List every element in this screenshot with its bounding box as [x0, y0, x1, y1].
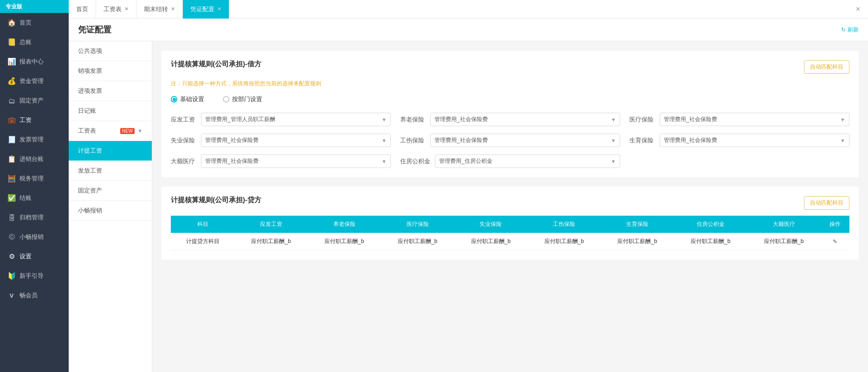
edit-icon[interactable]: ✎ [833, 238, 837, 245]
refresh-button[interactable]: ↻ 刷新 [841, 26, 859, 34]
sidebar-item-guide[interactable]: 🔰 新手引导 [0, 266, 69, 286]
nav-item-debit-invoice[interactable]: 进项发票 [69, 81, 152, 101]
field-select-zhufang[interactable]: 管理费用_住房公积金 ▼ [435, 154, 620, 168]
refresh-label: 刷新 [848, 26, 859, 34]
close-icon[interactable]: ✕ [217, 6, 221, 12]
sidebar-item-archive[interactable]: 🗄 归档管理 [0, 208, 69, 227]
field-select-yiliao[interactable]: 管理费用_社会保险费 ▼ [660, 113, 849, 126]
field-select-yingfa[interactable]: 管理费用_管理人员职工薪酬 ▼ [201, 113, 391, 126]
nav-item-label: 发放工资 [78, 167, 102, 175]
radio-basic[interactable]: 基础设置 [171, 95, 204, 103]
sidebar-item-label: 进销台账 [19, 155, 44, 163]
copyright-icon: Ⓒ [7, 233, 16, 241]
purchase-sale-icon: 📋 [7, 155, 16, 163]
vip-icon: V [7, 292, 16, 299]
sidebar-item-reports[interactable]: 📊 报表中心 [0, 52, 69, 71]
close-icon[interactable]: ✕ [124, 6, 129, 12]
sidebar-item-xiaochang[interactable]: Ⓒ 小畅报销 [0, 227, 69, 247]
sidebar-item-tax[interactable]: 🧮 税务管理 [0, 169, 69, 188]
closing-icon: ✅ [7, 194, 16, 202]
sidebar-item-label: 总账 [19, 38, 32, 46]
sidebar-item-salary[interactable]: 💼 工资 [0, 110, 69, 130]
radio-basic-label: 基础设置 [180, 95, 204, 103]
nav-item-calc-salary[interactable]: 计提工资 [69, 141, 152, 161]
cell-action[interactable]: ✎ [821, 233, 849, 250]
nav-item-issue-salary[interactable]: 发放工资 [69, 161, 152, 181]
chevron-down-icon: ▼ [611, 159, 616, 164]
window-close-button[interactable]: ✕ [848, 6, 868, 13]
tab-voucher-config[interactable]: 凭证配置 ✕ [183, 0, 229, 19]
field-label-gongshang: 工伤保险 [400, 136, 426, 145]
close-icon[interactable]: ✕ [171, 6, 175, 12]
debit-section-title: 计提核算规则(公司承担)-借方 [171, 60, 261, 69]
field-select-yanglao[interactable]: 管理费用_社会保险费 ▼ [430, 113, 620, 126]
field-value-yingfa: 管理费用_管理人员职工薪酬 [205, 115, 275, 123]
radio-department[interactable]: 按部门设置 [223, 95, 262, 103]
funds-icon: 💰 [7, 77, 16, 85]
radio-department-label: 按部门设置 [232, 95, 262, 103]
debit-notice: 注：只能选择一种方式，系统将按照您当前的选择来配置规则 [171, 80, 849, 88]
tab-period-close[interactable]: 期末结转 ✕ [136, 0, 183, 19]
chevron-down-icon: ▼ [137, 128, 143, 134]
debit-auto-match-button[interactable]: 自动匹配科目 [804, 60, 849, 74]
sidebar-item-purchase-sale[interactable]: 📋 进销台账 [0, 149, 69, 169]
main-content: 计提核算规则(公司承担)-借方 自动匹配科目 注：只能选择一种方式，系统将按照您… [152, 41, 868, 372]
field-select-gongshang[interactable]: 管理费用_社会保险费 ▼ [430, 134, 620, 147]
col-action: 操作 [821, 216, 849, 233]
field-select-shiye[interactable]: 管理费用_社会保险费 ▼ [201, 134, 391, 147]
sidebar-item-closing[interactable]: ✅ 结账 [0, 188, 69, 208]
sidebar-item-label: 固定资产 [19, 96, 44, 105]
field-row-yanglao: 养老保险 管理费用_社会保险费 ▼ [400, 113, 620, 126]
chevron-down-icon: ▼ [840, 117, 845, 122]
sidebar-item-assets[interactable]: 🗂 固定资产 [0, 91, 69, 110]
sidebar-item-ledger[interactable]: 📒 总账 [0, 32, 69, 52]
nav-item-label: 工资表 [78, 127, 96, 135]
cell-yingfa: 应付职工薪酬_b [234, 233, 308, 250]
nav-item-label: 销项发票 [78, 67, 102, 75]
field-label-shiye: 失业保险 [171, 136, 196, 145]
field-value-daeyiliao: 管理费用_社会保险费 [205, 157, 259, 165]
field-row-gongshang: 工伤保险 管理费用_社会保险费 ▼ [400, 134, 620, 147]
sidebar-item-invoices[interactable]: 🧾 发票管理 [0, 130, 69, 149]
tab-bar: 首页 工资表 ✕ 期末结转 ✕ 凭证配置 ✕ ✕ [69, 0, 868, 19]
col-daeyiliao: 大额医疗 [747, 216, 821, 233]
page-header: 凭证配置 ↻ 刷新 [69, 19, 868, 41]
field-label-daeyiliao: 大额医疗 [171, 157, 196, 166]
refresh-icon: ↻ [841, 26, 846, 33]
nav-item-fixed-assets[interactable]: 固定资产 [69, 181, 152, 201]
tab-label: 工资表 [104, 5, 122, 13]
radio-department-circle[interactable] [223, 96, 229, 103]
radio-basic-circle[interactable] [171, 96, 177, 103]
field-select-shengyu[interactable]: 管理费用_社会保险费 ▼ [660, 134, 849, 147]
chevron-down-icon: ▼ [382, 138, 387, 143]
chevron-down-icon: ▼ [382, 159, 387, 164]
tab-payroll[interactable]: 工资表 ✕ [96, 0, 136, 19]
nav-item-credit-invoice[interactable]: 销项发票 [69, 61, 152, 81]
nav-item-journal[interactable]: 日记账 [69, 101, 152, 121]
table-header-row: 科目 应发工资 养老保险 医疗保险 失业保险 工伤保险 生育保险 住房公积金 大… [171, 216, 849, 233]
cell-shengyu: 应付职工薪酬_b [601, 233, 674, 250]
field-label-shengyu: 生育保险 [629, 136, 655, 145]
nav-item-public[interactable]: 公共选项 [69, 41, 152, 61]
field-row-yiliao: 医疗保险 管理费用_社会保险费 ▼ [629, 113, 849, 126]
cell-subject: 计提贷方科目 [171, 233, 234, 250]
radio-group: 基础设置 按部门设置 [171, 95, 849, 103]
main-area: 首页 工资表 ✕ 期末结转 ✕ 凭证配置 ✕ ✕ 凭证配置 ↻ 刷新 公共选项 [69, 0, 868, 372]
sidebar-item-funds[interactable]: 💰 资金管理 [0, 71, 69, 91]
sidebar-item-vip[interactable]: V 畅会员 [0, 286, 69, 305]
field-select-daeyiliao[interactable]: 管理费用_社会保险费 ▼ [201, 154, 391, 168]
nav-item-expense[interactable]: 小畅报销 [69, 201, 152, 221]
sidebar-item-home[interactable]: 🏠 首页 [0, 13, 69, 32]
brand-label: 专业版 [0, 0, 69, 13]
nav-item-label: 计提工资 [78, 147, 102, 155]
chevron-down-icon: ▼ [382, 117, 387, 122]
field-value-shengyu: 管理费用_社会保险费 [664, 136, 717, 144]
sidebar-item-settings[interactable]: ⚙ 设置 [0, 247, 69, 266]
cell-daeyiliao: 应付职工薪酬_b [747, 233, 821, 250]
credit-auto-match-button[interactable]: 自动匹配科目 [804, 196, 849, 210]
tab-home[interactable]: 首页 [69, 0, 96, 19]
col-gongshang: 工伤保险 [527, 216, 601, 233]
settings-icon: ⚙ [7, 252, 16, 261]
invoices-icon: 🧾 [7, 135, 16, 144]
nav-item-payroll-table[interactable]: 工资表 NEW ▼ [69, 121, 152, 141]
